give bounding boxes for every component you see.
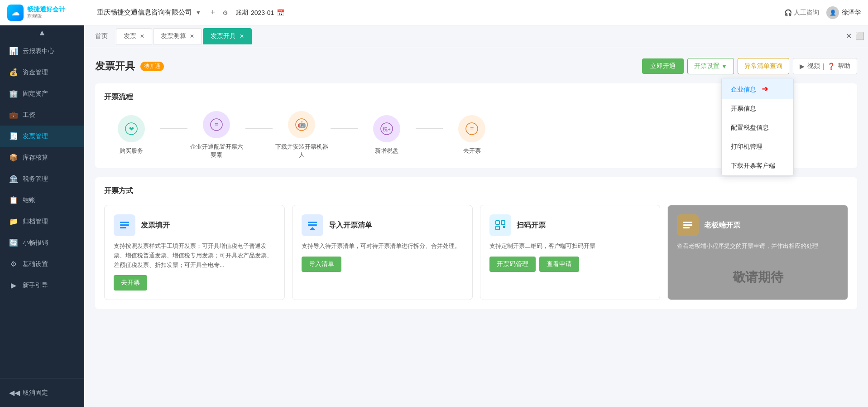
activate-button[interactable]: 立即开通 [642,58,684,74]
sidebar-item-archive[interactable]: 📁 归档管理 [0,211,84,232]
workflow-label-3: 下载并安装开票机器人 [274,143,329,159]
workflow-step-4: 税+ 新增税盘 [360,115,414,155]
svg-rect-15 [308,222,317,223]
import-invoice-desc: 支持导入待开票清单，可对待开票清单进行拆分、合并处理。 [302,242,463,251]
sidebar-scroll-up[interactable]: ▲ [0,25,84,40]
app-logo-badge: 旗舰版 [27,13,65,19]
dropdown-item-download-client[interactable]: 下载开票客户端 [722,156,793,175]
guide-icon: ▶ [9,281,18,290]
workflow-icon-4: 税+ [373,115,400,142]
fill-invoice-desc: 支持按照发票样式手工填开发票；可开具增值税电子普通发票、增值税普通发票、增值税专… [114,242,275,270]
tab-invoice-calc[interactable]: 发票测算 ✕ [153,28,202,44]
add-company-button[interactable]: + [206,6,219,19]
status-badge: 待开通 [140,62,164,71]
settings-icon[interactable]: ⚙ [219,6,232,19]
workflow-icon-5: ≡ [458,115,485,142]
company-selector[interactable]: 重庆畅捷交通信息咨询有限公司 ▼ [91,8,206,17]
settings-sidebar-icon: ⚙ [9,260,18,268]
svg-rect-12 [120,224,129,226]
tab-close-invoice[interactable]: ✕ [140,33,144,39]
svg-rect-25 [683,224,692,226]
tax-icon: 🏦 [9,174,18,183]
sidebar-item-report[interactable]: 🔄 小畅报销 [0,232,84,253]
sidebar-item-tax[interactable]: 🏦 税务管理 [0,168,84,189]
sidebar-item-fixed-asset[interactable]: 🏢 固定资产 [0,83,84,104]
scan-invoice-title: 扫码开票 [517,221,546,230]
scan-invoice-desc: 支持定制开票二维码，客户端可扫码开票 [489,242,651,251]
app-logo-text: 畅捷通好会计 [27,5,65,13]
sidebar-item-settings[interactable]: ⚙ 基础设置 [0,253,84,275]
headset-icon: 🎧 [784,9,792,16]
overlay-text: 敬请期待 [733,270,783,284]
boss-invoice-desc: 查看老板端小程序提交的开票申请，并作出相应的处理 [677,242,839,251]
dropdown-item-tax-disk[interactable]: 配置税盘信息 [722,118,793,137]
fill-invoice-icon [114,214,135,236]
tab-close-window-icon[interactable]: ✕ [846,32,852,40]
svg-rect-18 [493,218,508,233]
dropdown-item-printer[interactable]: 打印机管理 [722,137,793,156]
scan-invoice-apply-button[interactable]: 查看申请 [539,257,579,272]
sidebar-item-invoice[interactable]: 🧾 发票管理 [0,126,84,147]
workflow-label-4: 新增税盘 [375,147,398,155]
page-title: 发票开具 [95,59,135,73]
fixed-asset-icon: 🏢 [9,89,18,98]
scan-invoice-code-button[interactable]: 开票码管理 [489,257,536,272]
invoice-settings-button[interactable]: 开票设置 ▼ [687,58,734,74]
support-button[interactable]: 🎧 人工咨询 [784,9,819,17]
company-name: 重庆畅捷交通信息咨询有限公司 [97,8,192,17]
workflow-label-5: 去开票 [463,147,481,155]
svg-rect-24 [683,222,692,223]
method-card-scan: 扫码开票 支持定制开票二维码，客户端可扫码开票 开票码管理 查看申请 [480,205,661,300]
user-info[interactable]: 👤 徐泽华 [826,6,861,19]
sidebar-item-cloud-report[interactable]: 📊 云报表中心 [0,40,84,62]
svg-rect-13 [120,227,126,228]
workflow-icon-1: ❤ [118,115,145,142]
tab-close-invoice-issue[interactable]: ✕ [240,33,244,39]
sidebar-item-fund[interactable]: 💰 资金管理 [0,62,84,83]
method-card-import: 导入开票清单 支持导入待开票清单，可对待开票清单进行拆分、合并处理。 导入清单 [292,205,473,300]
boss-invoice-title: 老板端开票 [704,221,740,230]
tab-expand-icon[interactable]: ⬜ [855,32,864,40]
dropdown-item-company-info[interactable]: 企业信息 ➜ [722,78,793,99]
tab-invoice-issue[interactable]: 发票开具 ✕ [203,28,252,44]
fund-icon: 💰 [9,68,18,77]
sidebar-item-checkout[interactable]: 📋 结账 [0,189,84,211]
invoice-icon: 🧾 [9,132,18,141]
tab-invoice[interactable]: 发票 ✕ [116,28,152,44]
method-card-boss: 老板端开票 查看老板端小程序提交的开票申请，并作出相应的处理 敬请期待 [667,205,848,300]
payroll-icon: 💼 [9,111,18,119]
scan-invoice-icon [489,214,511,236]
fill-invoice-button[interactable]: 去开票 [114,275,147,291]
period-display: 账期 2023-01 📅 [235,9,284,17]
sidebar-item-payroll[interactable]: 💼 工资 [0,104,84,126]
dropdown-item-invoice-info[interactable]: 开票信息 [722,99,793,118]
import-invoice-title: 导入开票清单 [329,221,372,230]
report-icon: 🔄 [9,238,18,247]
sidebar-cancel-fixed[interactable]: ◀◀ 取消固定 [0,382,84,403]
import-invoice-button[interactable]: 导入清单 [302,257,341,272]
app-logo-icon: ☁ [7,5,24,21]
sidebar-item-guide[interactable]: ▶ 新手引导 [0,275,84,296]
methods-title: 开票方式 [104,186,848,196]
svg-text:税+: 税+ [383,126,390,132]
video-help-button[interactable]: ▶ 视频 | ❓ 帮助 [793,58,857,74]
method-card-fill: 发票填开 支持按照发票样式手工填开发票；可开具增值税电子普通发票、增值税普通发票… [104,205,285,300]
workflow-step-1: ❤ 购买服务 [104,115,158,155]
svg-rect-26 [683,227,690,228]
svg-text:🤖: 🤖 [298,121,306,129]
archive-icon: 📁 [9,217,18,226]
workflow-label-2: 企业开通配置开票六要素 [189,143,244,159]
workflow-icon-2: ≡ [203,111,230,138]
help-icon: ❓ [827,63,835,70]
avatar: 👤 [826,6,839,19]
tab-close-invoice-calc[interactable]: ✕ [190,33,194,39]
abnormal-list-button[interactable]: 异常清单查询 [738,58,789,74]
workflow-step-3: 🤖 下载并安装开票机器人 [274,111,329,159]
svg-text:≡: ≡ [470,125,474,132]
inventory-icon: 📦 [9,153,18,162]
svg-text:❤: ❤ [129,126,134,132]
tab-home[interactable]: 首页 [88,29,115,44]
sidebar-item-inventory[interactable]: 📦 库存核算 [0,147,84,168]
cloud-report-icon: 📊 [9,47,18,55]
dropdown-arrow-icon: ▼ [721,63,728,70]
